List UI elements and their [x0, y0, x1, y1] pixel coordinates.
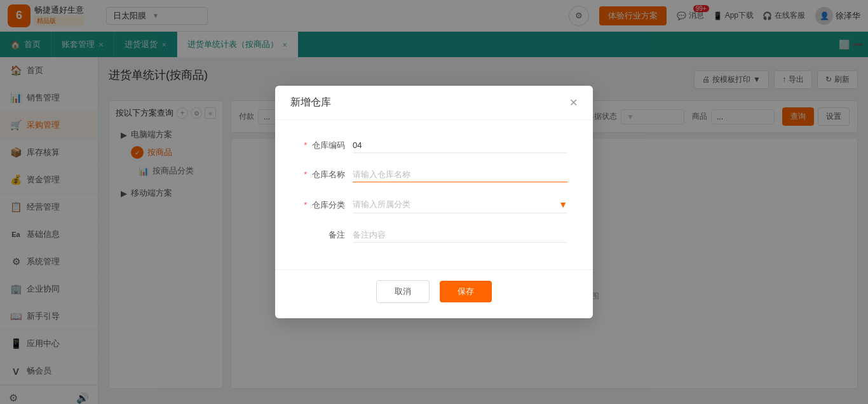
warehouse-category-label: * 仓库分类 — [301, 199, 345, 211]
add-warehouse-modal: 新增仓库 ✕ * 仓库编码 * 仓库名称 — [275, 86, 593, 318]
warehouse-name-label: * 仓库名称 — [301, 169, 345, 180]
warehouse-remark-label: 备注 — [301, 229, 345, 241]
chevron-down-icon: ▼ — [559, 199, 567, 210]
modal-body: * 仓库编码 * 仓库名称 * 仓库分类 请输入所属 — [275, 120, 593, 269]
warehouse-code-input[interactable] — [353, 138, 567, 153]
warehouse-remark-input[interactable] — [353, 227, 567, 243]
category-placeholder: 请输入所属分类 — [353, 199, 410, 210]
warehouse-name-row: * 仓库名称 — [301, 167, 567, 182]
modal-title: 新增仓库 — [290, 96, 331, 109]
required-mark: * — [304, 140, 307, 150]
required-mark: * — [304, 170, 307, 179]
cancel-button[interactable]: 取消 — [376, 280, 430, 303]
warehouse-category-row: * 仓库分类 请输入所属分类 ▼ — [301, 196, 567, 213]
warehouse-code-row: * 仓库编码 — [301, 138, 567, 153]
required-mark: * — [304, 200, 307, 210]
warehouse-category-select[interactable]: 请输入所属分类 ▼ — [353, 196, 567, 213]
modal-footer: 取消 保存 — [275, 270, 593, 318]
warehouse-remark-row: 备注 — [301, 227, 567, 243]
warehouse-code-label: * 仓库编码 — [301, 140, 345, 151]
modal-overlay: 新增仓库 ✕ * 仓库编码 * 仓库名称 — [0, 0, 868, 404]
modal-close-button[interactable]: ✕ — [569, 97, 578, 109]
save-button[interactable]: 保存 — [440, 281, 492, 302]
modal-header: 新增仓库 ✕ — [275, 86, 593, 120]
warehouse-name-input[interactable] — [353, 167, 567, 182]
